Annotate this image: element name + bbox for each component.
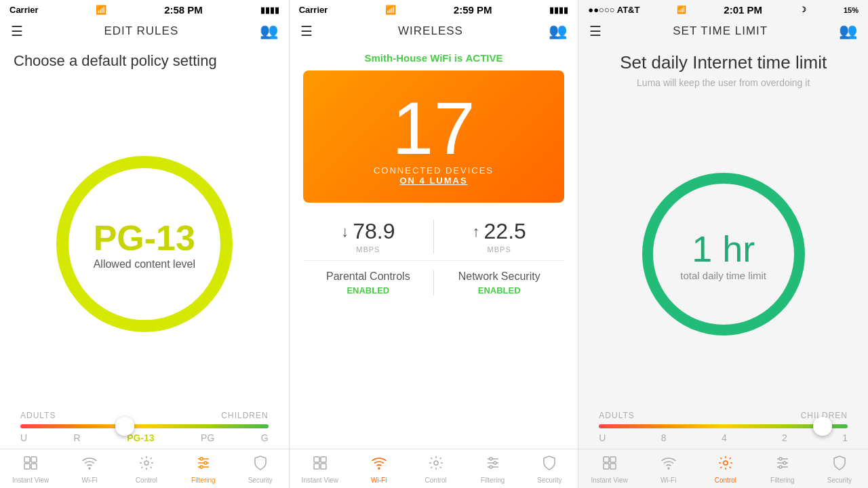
tab-instant-view-2[interactable]: Instant View: [298, 453, 342, 485]
wifi-name: Smith-House WiFi is: [364, 52, 462, 64]
tab-label-filtering-1: Filtering: [191, 476, 216, 484]
tab-label-control-1: Control: [136, 476, 157, 484]
rating-ring: PG-13 Allowed content level: [56, 156, 233, 332]
time-mark-1: 1: [842, 432, 848, 443]
slider-bottom-labels-1: U R PG-13 PG G: [20, 432, 269, 443]
tab-label-wifi-1: Wi-Fi: [81, 476, 97, 484]
slider-right-label-1: CHILDREN: [221, 411, 268, 420]
time-value: 1 hr: [692, 228, 755, 270]
tab-filtering-1[interactable]: Filtering: [183, 453, 224, 485]
tab-wifi-3[interactable]: Wi-Fi: [648, 453, 689, 485]
rating-ring-container: PG-13 Allowed content level: [56, 77, 233, 411]
carrier-3: ●●○○○ AT&T: [588, 5, 639, 15]
svg-point-4: [89, 468, 90, 469]
tab-label-security-3: Security: [827, 476, 852, 484]
time-ring-container: 1 hr total daily time limit: [642, 98, 805, 411]
download-speed: ↓ 78.9 MBPS: [303, 219, 433, 253]
tab-control-3[interactable]: Control: [705, 453, 746, 485]
time-2: 2:59 PM: [454, 4, 492, 16]
carrier-2: Carrier: [299, 5, 328, 15]
tab-label-security-2: Security: [537, 476, 561, 484]
tab-bar-2: Instant View Wi-Fi Control: [290, 449, 578, 488]
svg-point-28: [668, 468, 669, 469]
panel-wireless: Carrier 📶 2:59 PM ▮▮▮▮ ☰ WIRELESS 👥 Smit…: [290, 0, 579, 488]
network-label: Network Security: [458, 270, 540, 283]
people-icon-2[interactable]: 👥: [549, 22, 567, 40]
control-icon-3: [717, 455, 734, 475]
tab-instant-view-3[interactable]: Instant View: [587, 453, 631, 485]
tab-filtering-3[interactable]: Filtering: [762, 453, 803, 485]
tab-control-1[interactable]: Control: [126, 453, 167, 485]
page-title-2: WIRELESS: [398, 24, 463, 38]
tab-security-2[interactable]: Security: [529, 453, 570, 485]
tab-wifi-1[interactable]: Wi-Fi: [69, 453, 110, 485]
people-icon-3[interactable]: 👥: [839, 22, 857, 40]
lumas-link[interactable]: ON 4 LUMAS: [399, 176, 467, 186]
menu-icon-2[interactable]: ☰: [300, 23, 313, 39]
download-arrow: ↓: [341, 223, 349, 241]
tab-label-instant-3: Instant View: [591, 476, 627, 484]
svg-rect-12: [314, 457, 319, 462]
upload-arrow: ↑: [473, 223, 480, 241]
slider-track-1[interactable]: [20, 424, 269, 428]
tab-security-3[interactable]: Security: [819, 453, 860, 485]
download-top: ↓ 78.9: [341, 219, 395, 244]
slider-thumb-1[interactable]: [115, 417, 134, 436]
svg-point-9: [200, 458, 203, 460]
time-mark-4: 4: [722, 432, 727, 443]
tab-label-wifi-3: Wi-Fi: [660, 476, 676, 484]
slider-top-labels-3: ADULTS CHILDREN: [599, 411, 848, 420]
svg-point-21: [490, 458, 492, 460]
svg-point-11: [200, 466, 203, 468]
people-icon-1[interactable]: 👥: [260, 22, 278, 40]
tab-control-2[interactable]: Control: [416, 453, 456, 485]
svg-rect-14: [314, 464, 319, 469]
panel-edit-rules: Carrier 📶 2:58 PM ▮▮▮▮ ☰ EDIT RULES 👥 Ch…: [0, 0, 290, 488]
network-security: Network Security ENABLED: [434, 270, 564, 296]
battery-2: ▮▮▮▮: [549, 5, 568, 15]
rating-g: G: [261, 432, 269, 443]
network-status: ENABLED: [478, 285, 521, 296]
content-2: Smith-House WiFi is ACTIVE 17 CONNECTED …: [290, 45, 578, 449]
tab-instant-view-1[interactable]: Instant View: [8, 453, 53, 485]
slider-top-labels-1: ADULTS CHILDREN: [20, 411, 269, 420]
wifi-signal-3: 📶: [677, 5, 686, 14]
wifi-tab-icon-3: [660, 455, 677, 475]
time-mark-u: U: [599, 432, 606, 443]
svg-point-35: [779, 466, 782, 468]
svg-rect-13: [321, 457, 326, 462]
parental-label: Parental Controls: [326, 270, 410, 283]
time-ring-label: total daily time limit: [680, 270, 766, 281]
policy-title: Choose a default policy setting: [14, 52, 275, 70]
moon-icon-3: ☽: [800, 5, 806, 14]
svg-rect-15: [321, 464, 326, 469]
svg-point-22: [494, 462, 496, 464]
slider-thumb-3[interactable]: [813, 417, 832, 436]
tab-bar-1: Instant View Wi-Fi Control: [0, 449, 289, 488]
svg-point-10: [204, 462, 207, 464]
speed-card: 17 CONNECTED DEVICES ON 4 LUMAS: [303, 70, 565, 203]
tab-security-1[interactable]: Security: [240, 453, 281, 485]
svg-point-29: [724, 461, 728, 465]
tab-label-instant-2: Instant View: [302, 476, 338, 484]
tab-label-filtering-2: Filtering: [481, 476, 505, 484]
rating-pg: PG: [201, 432, 214, 443]
parental-status: ENABLED: [347, 285, 389, 296]
content-3: Set daily Internet time limit Luma will …: [578, 45, 868, 449]
menu-icon-1[interactable]: ☰: [11, 23, 23, 39]
top-nav-2: ☰ WIRELESS 👥: [290, 18, 578, 45]
upload-value: 22.5: [484, 219, 526, 244]
upload-speed: ↑ 22.5 MBPS: [434, 219, 564, 253]
slider-bottom-labels-3: U 8 4 2 1: [599, 432, 848, 443]
tab-filtering-2[interactable]: Filtering: [473, 453, 513, 485]
time-mark-2: 2: [782, 432, 787, 443]
parental-controls: Parental Controls ENABLED: [303, 270, 433, 296]
wifi-status-text: Smith-House WiFi is ACTIVE: [364, 52, 502, 64]
instant-view-icon-1: [22, 455, 39, 475]
control-icon-1: [138, 455, 155, 475]
slider-track-3[interactable]: [599, 424, 848, 428]
page-title-3: SET TIME LIMIT: [673, 24, 768, 38]
time-ring: 1 hr total daily time limit: [642, 173, 805, 336]
menu-icon-3[interactable]: ☰: [589, 23, 601, 39]
tab-wifi-2[interactable]: Wi-Fi: [359, 453, 399, 485]
